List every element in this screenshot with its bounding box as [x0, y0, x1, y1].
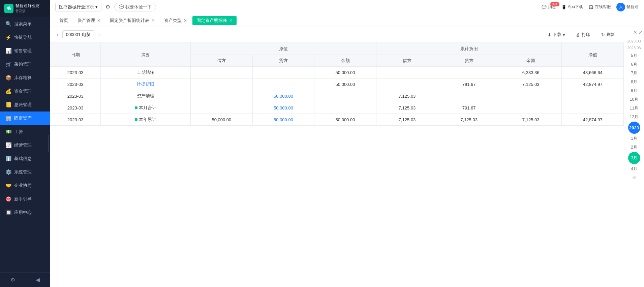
tab-asset-mgmt[interactable]: 资产管理 ✕	[73, 16, 104, 25]
cell-acc-credit	[438, 67, 500, 78]
cell-summary: 本月合计	[101, 102, 191, 114]
finance-icon: 💰	[5, 88, 11, 94]
sidebar-item-operations[interactable]: 📈 经营管理	[0, 138, 50, 152]
cell-orig-balance	[314, 102, 376, 114]
sidebar-item-sales[interactable]: 📊 销售管理	[0, 44, 50, 58]
tab-close-asset-mgmt[interactable]: ✕	[97, 18, 100, 23]
tab-depreciation-stats[interactable]: 固定资产折旧统计表 ✕	[106, 16, 159, 25]
timeline-month-11[interactable]: 11月	[627, 104, 641, 112]
timeline-month-4[interactable]: 4月	[627, 165, 641, 173]
timeline-month-7[interactable]: 7月	[627, 69, 641, 77]
timeline-month-10[interactable]: 10月	[627, 95, 641, 103]
next-asset-button[interactable]: ›	[97, 31, 101, 38]
asset-tag: 000001 电脑	[62, 30, 94, 39]
prev-asset-button[interactable]: ‹	[55, 31, 60, 38]
sidebar-item-guide[interactable]: 🎯 新手引导	[0, 192, 50, 206]
tab-close-asset-detail[interactable]: ✕	[229, 18, 233, 23]
col-orig-credit-header: 贷方	[252, 55, 314, 67]
sidebar-item-purchase[interactable]: 🛒 采购管理	[0, 58, 50, 71]
table-row: 2023-03 上期结转 50,000.00 6,333.36 43,666.6…	[50, 67, 624, 78]
sidebar-item-ledger[interactable]: 📒 总账管理	[0, 98, 50, 111]
cell-orig-debit	[191, 78, 253, 90]
purchase-icon: 🛒	[5, 61, 11, 67]
asset-detail-table-wrap: 日期 摘要 原值 累计折旧 净值 借方 贷方 余额 借方 贷方 余额	[50, 43, 624, 287]
quicknav-icon: ⚡	[5, 34, 11, 40]
app-center-icon: 🔲	[5, 210, 11, 216]
timeline-month-12[interactable]: 12月	[627, 113, 641, 121]
col-orig-balance-header: 余额	[314, 55, 376, 67]
cell-orig-debit: 50,000.00	[191, 114, 253, 126]
company-selector[interactable]: 医疗器械行业演示 ▾	[55, 3, 101, 11]
sidebar-item-fixed-assets[interactable]: 🏢 固定资产	[0, 111, 50, 125]
collapse-button[interactable]: ◀	[33, 275, 42, 284]
tab-close-depreciation-stats[interactable]: ✕	[151, 18, 155, 23]
timeline-month-5[interactable]: 5月	[627, 52, 641, 60]
cell-date: 2023-03	[50, 90, 101, 102]
refresh-button[interactable]: ↻ 刷新	[598, 30, 618, 39]
timeline-month-9[interactable]: 9月	[627, 87, 641, 95]
sidebar-item-basic-info[interactable]: ℹ️ 基础信息	[0, 152, 50, 165]
basic-info-icon: ℹ️	[5, 156, 11, 162]
table-row: 2023-03 计提折旧 50,000.00 791.67 7,125.03 4…	[50, 78, 624, 90]
tab-asset-detail[interactable]: 固定资产明细账 ✕	[192, 16, 237, 25]
user-profile[interactable]: 人 畅捷通	[616, 3, 639, 11]
timeline-month-3-active[interactable]: 3月	[628, 152, 640, 164]
detail-actions: ⬇ 下载 ▾ 🖨 打印 ↻ 刷新	[544, 30, 618, 39]
col-acc-debit-header: 借方	[376, 55, 438, 67]
sidebar-logo: 畅 畅捷通好业财 普及版	[0, 0, 50, 17]
guide-icon: 🎯	[5, 196, 11, 202]
timeline-month-6[interactable]: 6月	[627, 60, 641, 68]
sidebar-item-system[interactable]: ⚙️ 系统管理	[0, 165, 50, 179]
download-button[interactable]: ⬇ 下载 ▾	[544, 30, 569, 39]
download-icon: 📱	[561, 5, 566, 9]
app-download-button[interactable]: 📱 App下载	[561, 4, 583, 10]
cell-orig-credit: 50,000.00	[252, 114, 314, 126]
sidebar-item-inventory[interactable]: 📦 库存核算	[0, 71, 50, 85]
app-logo-icon: 畅	[4, 4, 13, 13]
timeline-month-8[interactable]: 8月	[627, 78, 641, 86]
corp-icon: 🤝	[5, 183, 11, 189]
sidebar-item-search[interactable]: 🔍 搜索菜单	[0, 17, 50, 31]
sidebar-item-finance[interactable]: 💰 资金管理	[0, 85, 50, 98]
settings-button[interactable]: ⚙	[8, 275, 18, 284]
panel-header-buttons: ✕ ⤢	[624, 30, 644, 38]
timeline-month-2[interactable]: 2月	[627, 143, 641, 151]
asset-detail-table: 日期 摘要 原值 累计折旧 净值 借方 贷方 余额 借方 贷方 余额	[50, 43, 624, 126]
timeline-year-2023[interactable]: 2023	[628, 122, 640, 134]
col-orig-header: 原值	[191, 43, 376, 55]
print-icon: 🖨	[576, 32, 580, 37]
sidebar-item-quicknav[interactable]: ⚡ 快捷导航	[0, 31, 50, 44]
detail-header: ‹ 000001 电脑 › ⬇ 下载 ▾ 🖨 打印 ↻ 刷新	[50, 27, 624, 43]
payroll-icon: 💵	[5, 129, 11, 135]
notification-button[interactable]: 💬 消息 99+	[542, 4, 556, 10]
sidebar-item-app-center[interactable]: 🔲 应用中心	[0, 206, 50, 219]
col-acc-header: 累计折旧	[376, 43, 562, 55]
print-button[interactable]: 🖨 打印	[573, 30, 594, 39]
col-date-header: 日期	[50, 43, 101, 67]
col-summary-header: 摘要	[101, 43, 191, 67]
cell-date: 2023-03	[50, 78, 101, 90]
sidebar-item-corp[interactable]: 🤝 企业协同	[0, 179, 50, 192]
cell-acc-balance: 7,125.03	[500, 78, 562, 90]
cell-date: 2023-03	[50, 67, 101, 78]
online-service-button[interactable]: 🎧 在线客服	[588, 4, 611, 10]
cell-acc-credit: 791.67	[438, 78, 500, 90]
cell-acc-debit	[376, 78, 438, 90]
timeline-expand-down[interactable]: ⊕	[632, 174, 636, 180]
close-panel-button[interactable]: ✕	[633, 30, 637, 35]
tab-close-asset-type[interactable]: ✕	[184, 18, 187, 23]
col-orig-debit-header: 借方	[191, 55, 253, 67]
tabbar: 首页 资产管理 ✕ 固定资产折旧统计表 ✕ 资产类型 ✕ 固定资产明细账 ✕	[50, 14, 644, 27]
cell-summary: 计提折旧	[101, 78, 191, 90]
timeline-month-1[interactable]: 1月	[627, 134, 641, 142]
topbar: 医疗器械行业演示 ▾ ⚙ 💬 我要体验一下 💬 消息 99+ 📱 App下载 🎧…	[50, 0, 644, 14]
experience-button[interactable]: 💬 我要体验一下	[114, 3, 156, 11]
sidebar-item-payroll[interactable]: 💵 工资	[0, 125, 50, 138]
tab-asset-type[interactable]: 资产类型 ✕	[160, 16, 191, 25]
expand-panel-button[interactable]: ⤢	[639, 30, 643, 35]
cell-orig-credit: 50,000.00	[252, 102, 314, 114]
inventory-icon: 📦	[5, 75, 11, 81]
gear-icon[interactable]: ⚙	[105, 4, 110, 10]
tab-home[interactable]: 首页	[55, 16, 72, 25]
col-acc-balance-header: 余额	[500, 55, 562, 67]
